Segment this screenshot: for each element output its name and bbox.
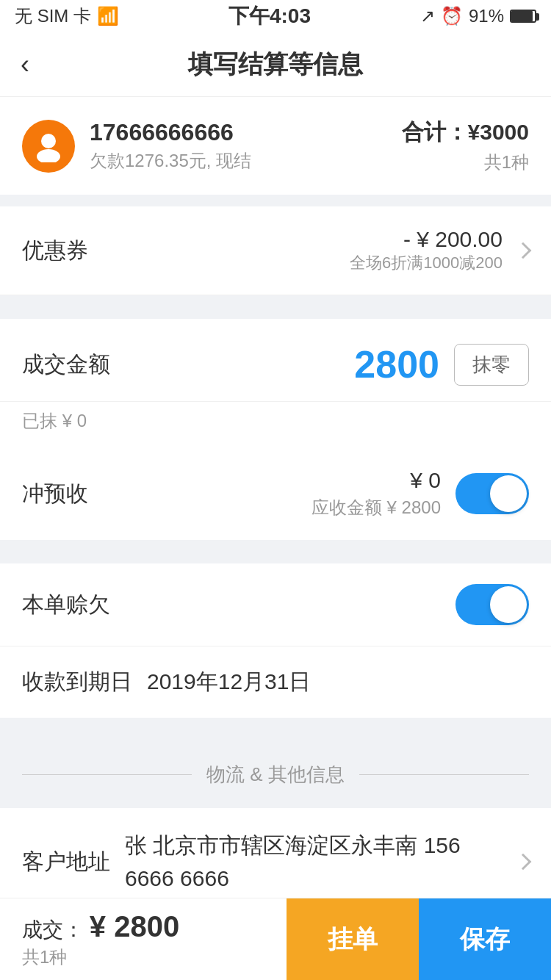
debit-row: 本单赊欠 [0, 563, 551, 646]
due-date-label: 收款到期日 [22, 667, 132, 697]
deal-sub-text: 已抹 ¥ 0 [0, 402, 551, 447]
address-value: 张 北京市市辖区海淀区永丰南 156 6666 6666 [125, 829, 503, 895]
wifi-icon: 📶 [97, 6, 119, 26]
suspend-button[interactable]: 挂单 [287, 898, 419, 981]
deal-right: 2800 抹零 [354, 342, 529, 386]
page-title: 填写结算等信息 [188, 48, 363, 82]
advance-sub: 应收金额 ¥ 2800 [311, 496, 441, 519]
advance-amount: ¥ 0 [311, 468, 441, 493]
chevron-right-icon [515, 242, 532, 259]
address-label: 客户地址 [22, 847, 110, 877]
due-date-row: 收款到期日 2019年12月31日 [0, 646, 551, 718]
sim-label: 无 SIM 卡 [15, 4, 91, 28]
separator-1 [0, 307, 551, 319]
deal-amount-section: 成交金额 2800 抹零 已抹 ¥ 0 冲预收 ¥ 0 应收金额 ¥ 2800 [0, 319, 551, 540]
address-chevron-icon [515, 854, 532, 871]
advance-right: ¥ 0 应收金额 ¥ 2800 [311, 468, 529, 519]
debit-section: 本单赊欠 收款到期日 2019年12月31日 [0, 563, 551, 718]
svg-point-1 [37, 149, 60, 162]
back-button[interactable]: ‹ [21, 49, 29, 80]
advance-toggle[interactable] [455, 473, 529, 514]
address-right: 张 北京市市辖区海淀区永丰南 156 6666 6666 [125, 829, 529, 895]
round-zero-button[interactable]: 抹零 [454, 344, 529, 386]
customer-total: 合计：¥3000 共1种 [402, 118, 529, 174]
advance-row: 冲预收 ¥ 0 应收金额 ¥ 2800 [0, 447, 551, 540]
battery-icon [510, 10, 536, 23]
coupon-detail: 全场6折满1000减200 [350, 252, 503, 274]
save-button[interactable]: 保存 [419, 898, 551, 981]
advance-label: 冲预收 [22, 479, 88, 509]
coupon-right: - ¥ 200.00 全场6折满1000减200 [350, 227, 529, 274]
coupon-label: 优惠券 [22, 236, 88, 266]
alarm-icon: ⏰ [441, 6, 463, 26]
separator-2 [0, 552, 551, 563]
toggle-knob [490, 475, 527, 512]
avatar [22, 120, 75, 173]
customer-info: 17666666666 欠款1276.35元, 现结 [90, 119, 402, 173]
customer-note: 欠款1276.35元, 现结 [90, 149, 402, 173]
total-label: 合计： [402, 120, 468, 144]
coupon-row[interactable]: 优惠券 - ¥ 200.00 全场6折满1000减200 [0, 206, 551, 295]
total-value: ¥3000 [468, 120, 529, 144]
customer-card: 17666666666 欠款1276.35元, 现结 合计：¥3000 共1种 [0, 97, 551, 195]
status-left: 无 SIM 卡 📶 [15, 4, 119, 28]
logistics-label: 物流 & 其他信息 [206, 762, 345, 788]
status-right: ↗ ⏰ 91% [420, 6, 536, 26]
debit-toggle[interactable] [455, 584, 529, 625]
deal-amount-row: 成交金额 2800 抹零 [0, 319, 551, 402]
deal-amount-label: 成交金额 [22, 350, 110, 380]
separator-3 [0, 729, 551, 741]
debit-toggle-knob [490, 586, 527, 623]
bottom-summary: 成交： ¥ 2800 共1种 [0, 910, 287, 969]
svg-point-0 [41, 134, 56, 148]
content: 17666666666 欠款1276.35元, 现结 合计：¥3000 共1种 … [0, 97, 551, 980]
status-time: 下午4:03 [228, 2, 311, 30]
bottom-count: 共1种 [22, 945, 264, 969]
advance-values: ¥ 0 应收金额 ¥ 2800 [311, 468, 441, 519]
total-amount: 合计：¥3000 [402, 118, 529, 148]
bottom-deal-row: 成交： ¥ 2800 [22, 910, 264, 944]
location-icon: ↗ [420, 6, 435, 26]
battery-label: 91% [469, 6, 504, 26]
deal-amount-value: 2800 [354, 342, 439, 386]
status-bar: 无 SIM 卡 📶 下午4:03 ↗ ⏰ 91% [0, 0, 551, 32]
logistics-line-right [359, 774, 529, 775]
customer-phone: 17666666666 [90, 119, 402, 146]
logistics-divider: 物流 & 其他信息 [0, 741, 551, 808]
bottom-bar: 成交： ¥ 2800 共1种 挂单 保存 [0, 898, 551, 980]
nav-bar: ‹ 填写结算等信息 [0, 32, 551, 97]
bottom-deal-prefix: 成交： [22, 918, 84, 941]
due-date-value: 2019年12月31日 [147, 667, 311, 697]
logistics-line-left [22, 774, 192, 775]
total-count: 共1种 [402, 151, 529, 174]
debit-label: 本单赊欠 [22, 590, 110, 620]
bottom-deal-amount: ¥ 2800 [90, 910, 179, 943]
coupon-discount: - ¥ 200.00 [350, 227, 503, 252]
